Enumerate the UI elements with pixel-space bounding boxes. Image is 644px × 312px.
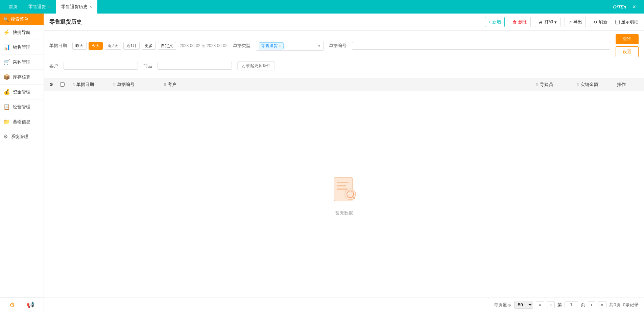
sidebar-item-fund-mgmt-label: 资金管理 xyxy=(13,89,30,95)
filter-row-2: 客户 ... 商品 ... △ 收起更多条件 xyxy=(49,60,639,72)
select-all-checkbox[interactable] xyxy=(60,82,65,87)
doc-type-tag-close[interactable]: × xyxy=(279,43,281,48)
tab-retail-return-close[interactable]: × xyxy=(48,4,50,9)
fund-mgmt-icon: 💰 xyxy=(3,89,10,95)
filter-settings-button[interactable]: 设置 xyxy=(616,46,639,57)
tab-retail-return-history[interactable]: 零售退货历史 × xyxy=(56,0,97,14)
inventory-icon: 📦 xyxy=(3,74,10,80)
sidebar-item-purchase-mgmt[interactable]: 🛒 采购管理 xyxy=(0,55,44,70)
last-page-button[interactable]: » xyxy=(598,301,606,308)
print-icon: 🖨 xyxy=(539,20,543,25)
doc-type-filter-label: 单据类型 xyxy=(233,43,251,49)
th-customer[interactable]: ⇅ 客户 xyxy=(161,82,533,88)
refresh-button[interactable]: ↺ 刷新 xyxy=(590,17,611,27)
settings-icon[interactable]: ⚙ xyxy=(9,301,15,309)
sidebar-item-sales-mgmt[interactable]: 📊 销售管理 xyxy=(0,40,44,55)
th-num[interactable]: ⇅ 单据编号 xyxy=(110,82,161,88)
table-container: ⚙ ⇅ 单据日期 ⇅ 单据编号 ⇅ 客户 ⇅ xyxy=(44,78,644,312)
filter-area: 单据日期 昨天 今天 近7天 近1月 更多 自定义 2023-06-02 至 2… xyxy=(44,31,644,78)
basic-info-icon: 📁 xyxy=(3,118,10,125)
tab-retail-return-history-close[interactable]: × xyxy=(90,4,92,9)
th-customer-label: 客户 xyxy=(168,82,176,88)
sidebar: 🔍 搜索菜单 ⚡ 快捷导航 📊 销售管理 🛒 采购管理 📦 库存核算 💰 资金管… xyxy=(0,14,44,312)
date-btn-custom[interactable]: 自定义 xyxy=(158,42,176,50)
table-settings-icon[interactable]: ⚙ xyxy=(49,82,53,87)
sort-customer-icon: ⇅ xyxy=(164,83,166,86)
page-title: 零售退货历史 xyxy=(49,19,82,26)
date-btn-1month[interactable]: 近1月 xyxy=(123,42,140,50)
th-action-label: 操作 xyxy=(617,82,626,88)
tab-home[interactable]: 首页 xyxy=(3,0,23,14)
th-checkbox[interactable] xyxy=(57,82,70,87)
date-btn-more[interactable]: 更多 xyxy=(142,42,156,50)
date-range-display: 2023-06-02 至 2023-06-02 xyxy=(180,43,227,49)
date-filter-label: 单据日期 xyxy=(49,43,67,49)
goods-placeholder: ... xyxy=(161,63,164,68)
operation-mgmt-icon: 📋 xyxy=(3,104,10,110)
delete-label: 删除 xyxy=(518,19,527,25)
customer-input[interactable]: ... xyxy=(64,62,138,70)
page-total: 共0页, 0条记录 xyxy=(609,302,639,308)
th-date[interactable]: ⇅ 单据日期 xyxy=(70,82,110,88)
tab-retail-return-history-label: 零售退货历史 xyxy=(61,4,88,10)
th-guide[interactable]: ⇅ 导购员 xyxy=(533,82,574,88)
sidebar-item-system-mgmt-label: 系统管理 xyxy=(11,134,28,140)
show-detail-label: 显示明细 xyxy=(621,19,639,25)
tab-retail-return-label: 零售退货 xyxy=(28,4,46,10)
sidebar-item-inventory[interactable]: 📦 库存核算 xyxy=(0,70,44,85)
toolbar: + 新增 🗑 删除 🖨 打印 ▾ ↗ 导出 ↺ 刷新 xyxy=(485,17,639,27)
customer-placeholder: ... xyxy=(67,63,70,68)
doc-type-tag: 零售退货 × xyxy=(259,42,284,49)
main-content: 零售退货历史 + 新增 🗑 删除 🖨 打印 ▾ ↗ 导出 ↺ xyxy=(44,14,644,312)
sidebar-item-operation-mgmt[interactable]: 📋 经营管理 xyxy=(0,99,44,114)
top-bar: 首页 零售退货 × 零售退货历史 × OfTEn × xyxy=(0,0,644,14)
export-button[interactable]: ↗ 导出 xyxy=(565,17,586,27)
sidebar-item-fund-mgmt[interactable]: 💰 资金管理 xyxy=(0,85,44,99)
th-settings[interactable]: ⚙ xyxy=(47,82,57,87)
speaker-icon[interactable]: 📢 xyxy=(27,301,34,309)
page-input[interactable] xyxy=(565,301,578,308)
sort-num-icon: ⇅ xyxy=(113,83,116,86)
tab-retail-return[interactable]: 零售退货 × xyxy=(23,0,56,14)
th-amount[interactable]: ⇅ 实销金额 xyxy=(574,82,614,88)
sidebar-item-quick-nav[interactable]: ⚡ 快捷导航 xyxy=(0,25,44,40)
print-button[interactable]: 🖨 打印 ▾ xyxy=(535,17,560,27)
sidebar-search[interactable]: 🔍 搜索菜单 xyxy=(0,14,44,25)
show-detail-checkbox-label[interactable]: 显示明细 xyxy=(615,19,639,25)
date-btn-7days[interactable]: 近7天 xyxy=(105,42,121,50)
system-mgmt-icon: ⚙ xyxy=(3,133,8,140)
doc-num-input[interactable] xyxy=(352,42,610,50)
customer-filter-label: 客户 xyxy=(49,63,58,69)
sort-guide-icon: ⇅ xyxy=(536,83,539,86)
date-btn-yesterday[interactable]: 昨天 xyxy=(72,42,87,50)
doc-type-tag-label: 零售退货 xyxy=(261,43,278,49)
table-header: ⚙ ⇅ 单据日期 ⇅ 单据编号 ⇅ 客户 ⇅ xyxy=(44,78,644,91)
empty-text: 暂无数据 xyxy=(335,210,353,216)
sidebar-item-basic-info-label: 基础信息 xyxy=(13,119,30,125)
sidebar-search-label: 搜索菜单 xyxy=(11,16,28,22)
sidebar-bottom: ⚙ 📢 xyxy=(0,297,44,312)
delete-button[interactable]: 🗑 删除 xyxy=(509,17,531,27)
collapse-btn[interactable]: △ 收起更多条件 xyxy=(237,61,275,70)
page-unit-label: 页 xyxy=(581,302,585,308)
page-size-select[interactable]: 50 10 20 100 xyxy=(514,301,533,309)
sidebar-item-system-mgmt[interactable]: ⚙ 系统管理 xyxy=(0,129,44,144)
collapse-label: 收起更多条件 xyxy=(246,63,270,69)
th-guide-label: 导购员 xyxy=(540,82,553,88)
query-button[interactable]: 查询 xyxy=(616,34,639,44)
export-icon: ↗ xyxy=(568,20,572,25)
prev-page-button[interactable]: ‹ xyxy=(547,301,554,308)
new-button[interactable]: + 新增 xyxy=(485,17,505,27)
next-page-button[interactable]: › xyxy=(588,301,595,308)
window-close-button[interactable]: × xyxy=(629,3,639,10)
sidebar-item-basic-info[interactable]: 📁 基础信息 xyxy=(0,114,44,129)
doc-type-select[interactable]: 零售退货 × ▾ xyxy=(256,41,324,51)
page-size-label: 每页显示 xyxy=(494,302,511,308)
page-header: 零售退货历史 + 新增 🗑 删除 🖨 打印 ▾ ↗ 导出 ↺ xyxy=(44,14,644,31)
first-page-button[interactable]: « xyxy=(536,301,544,308)
show-detail-checkbox[interactable] xyxy=(615,20,620,24)
sort-date-icon: ⇅ xyxy=(72,83,75,86)
goods-input[interactable]: ... xyxy=(158,62,232,70)
refresh-label: 刷新 xyxy=(599,19,607,25)
date-btn-today[interactable]: 今天 xyxy=(89,42,103,50)
